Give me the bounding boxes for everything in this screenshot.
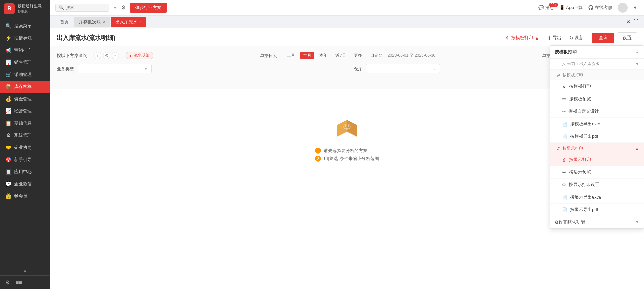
display-preview-icon: 👁	[562, 170, 566, 175]
page-content: 出入库流水(流水明细) 🖨 按模板打印 ▲ ⬆ 导出 ↻ 刷新 查询 设置	[50, 28, 644, 289]
app-download-btn[interactable]: 📱 App下载	[559, 5, 583, 11]
warehouse-input[interactable]: ···	[366, 64, 440, 73]
filter-gear-btn[interactable]: ⚙	[103, 52, 110, 59]
dropdown-footer[interactable]: ⚙ 设置默认功能 ▼	[550, 216, 644, 228]
date-tab-7days[interactable]: 近7天	[333, 52, 349, 59]
tab-batch-account-close[interactable]: ×	[103, 20, 105, 24]
search-input[interactable]	[66, 5, 103, 10]
tab-inout-flow-close[interactable]: ×	[139, 20, 142, 24]
sidebar-item-cooperation[interactable]: 🤝 企业协同	[0, 141, 50, 154]
sidebar-item-purchase[interactable]: 🛒 采购管理	[0, 69, 50, 81]
tab-inout-flow[interactable]: 出入库流水 ×	[111, 17, 146, 27]
date-tab-thisyear[interactable]: 本年	[317, 52, 330, 59]
sidebar-item-inventory[interactable]: 📦 库存核算	[0, 81, 50, 93]
template-customize-icon: ✏	[562, 109, 566, 114]
dropdown-footer-settings-icon: ⚙	[555, 220, 559, 225]
warehouse-more-icon[interactable]: ···	[433, 66, 436, 71]
current-icon: ▷	[562, 62, 565, 67]
dropdown-close-chevron[interactable]: ▲	[635, 50, 639, 54]
display-settings-icon: ⚙	[562, 182, 566, 187]
tab-home-label: 首页	[60, 19, 69, 25]
topbar-gear-icon[interactable]: ⚙	[121, 4, 126, 11]
logo-icon: B	[4, 3, 15, 14]
date-tab-more[interactable]: 更多	[351, 52, 365, 59]
date-tab-custom[interactable]: 自定义	[368, 52, 385, 59]
sidebar-item-label: 企业协同	[14, 144, 32, 151]
inventory-icon: 📦	[5, 84, 11, 90]
dropdown-item-display-pdf[interactable]: 📄 按显示导出pdf	[550, 204, 644, 216]
sidebar-item-system[interactable]: ⚙ 系统管理	[0, 129, 50, 141]
svg-point-7	[348, 125, 349, 127]
sidebar-item-member[interactable]: 👑 畅会员	[0, 190, 50, 202]
dropdown-item-template-customize[interactable]: ✏ 模板自定义设计	[550, 105, 644, 118]
sidebar-settings-icon[interactable]: ⚙	[5, 279, 10, 286]
online-service-btn[interactable]: 🎧 在线客服	[588, 5, 612, 11]
dropdown-item-template-preview[interactable]: 👁 按模板预览	[550, 93, 644, 105]
sidebar-item-finance[interactable]: 💰 资金管理	[0, 93, 50, 105]
sidebar-item-quick-nav[interactable]: ⚡ 快捷导航	[0, 32, 50, 44]
tab-batch-account[interactable]: 库存批次账 ×	[74, 17, 110, 27]
template-print-btn[interactable]: 🖨 按模板打印 ▲	[502, 33, 542, 42]
page-header: 出入库流水(流水明细) 🖨 按模板打印 ▲ ⬆ 导出 ↻ 刷新 查询 设置	[50, 28, 644, 46]
biztype-arrow-icon: ▼	[144, 66, 148, 71]
current-arrow-icon: ▼	[635, 62, 639, 66]
sidebar-menu-icon[interactable]: ≡≡	[16, 280, 22, 286]
sidebar-item-label: 搜索菜单	[14, 23, 32, 29]
window-close-icon[interactable]: ✕	[626, 19, 631, 25]
sidebar-item-search-menu[interactable]: 🔍 搜索菜单	[0, 20, 50, 32]
refresh-btn[interactable]: ↻ 刷新	[567, 33, 586, 42]
sidebar-item-label: 库存核算	[14, 84, 32, 90]
sidebar-footer: ⚙ ≡≡	[0, 275, 50, 289]
dropdown-item-template-pdf[interactable]: 📄 按模板导出pdf	[550, 130, 644, 143]
dropdown-item-display-preview[interactable]: 👁 按显示预览	[550, 166, 644, 179]
sidebar-item-label: 经营管理	[14, 108, 32, 114]
sidebar-item-label: 资金管理	[14, 96, 32, 102]
dropdown-item-template-print[interactable]: 🖨 按模板打印	[550, 80, 644, 93]
tab-home[interactable]: 首页	[55, 17, 74, 27]
svg-point-6	[345, 125, 346, 127]
headphone-icon: 🎧	[588, 5, 593, 10]
search-menu-icon: 🔍	[5, 23, 11, 29]
export-btn[interactable]: ⬆ 导出	[545, 33, 564, 42]
query-button[interactable]: 查询	[592, 33, 614, 43]
system-icon: ⚙	[5, 132, 11, 138]
dropdown-item-display-excel[interactable]: 📄 按显示导出excel	[550, 191, 644, 204]
message-badge[interactable]: 💬 消息 99+	[538, 5, 554, 11]
sidebar-scroll-down[interactable]: ▼	[0, 268, 50, 275]
topbar-search-box[interactable]: 🔍	[55, 4, 109, 12]
sidebar-item-label: 销售管理	[14, 59, 32, 65]
page-header-right: 🖨 按模板打印 ▲ ⬆ 导出 ↻ 刷新 查询 设置	[502, 32, 637, 43]
sidebar-item-basics[interactable]: 📋 基础信息	[0, 117, 50, 129]
window-maximize-icon[interactable]: ⛶	[633, 19, 639, 25]
dropdown-header: 按模板打印 ▲	[550, 46, 644, 59]
filter-add-btn[interactable]: +	[94, 52, 101, 59]
sidebar-item-app-center[interactable]: 🔲 应用中心	[0, 166, 50, 178]
quick-nav-icon: ⚡	[5, 35, 11, 41]
biztype-label: 业务类型	[57, 66, 74, 72]
template-print-item-icon: 🖨	[562, 84, 566, 89]
date-tab-thismonth[interactable]: 本月	[300, 52, 314, 59]
trial-button[interactable]: 体验行业方案	[130, 3, 167, 13]
settings-button[interactable]: 设置	[617, 32, 637, 43]
filter-tag-flow[interactable]: ● 流水明细	[126, 52, 153, 59]
warehouse-label: 仓库	[354, 66, 362, 72]
filter-collapse-btn[interactable]: «	[112, 52, 119, 59]
sidebar-item-sales[interactable]: 📊 销售管理	[0, 56, 50, 69]
sidebar-item-label: 畅会员	[14, 193, 27, 199]
display-section-arrow: ▲	[635, 146, 639, 151]
operations-icon: 📈	[5, 108, 11, 114]
empty-step-1: 1 请先选择要分析的方案	[315, 148, 379, 154]
search-icon: 🔍	[59, 5, 64, 10]
biztype-input[interactable]: ▼	[78, 64, 152, 73]
dropdown-item-display-settings[interactable]: ⚙ 按显示打印设置	[550, 179, 644, 191]
template-preview-item-icon: 👁	[562, 97, 566, 102]
sidebar-item-operations[interactable]: 📈 经营管理	[0, 105, 50, 117]
sidebar-item-marketing[interactable]: 📢 营销推广	[0, 44, 50, 56]
window-controls: ✕ ⛶	[626, 19, 639, 25]
sidebar-item-guide[interactable]: 🎯 新手引导	[0, 154, 50, 166]
filter-tag-label: 流水明细	[134, 53, 150, 58]
dropdown-item-template-excel[interactable]: 📄 按模板导出excel	[550, 118, 644, 130]
date-tab-lastmonth[interactable]: 上月	[284, 52, 298, 59]
sidebar-item-wechat[interactable]: 💬 企业微信	[0, 178, 50, 190]
dropdown-item-display-print[interactable]: 🖨 按显示打印	[550, 154, 644, 166]
